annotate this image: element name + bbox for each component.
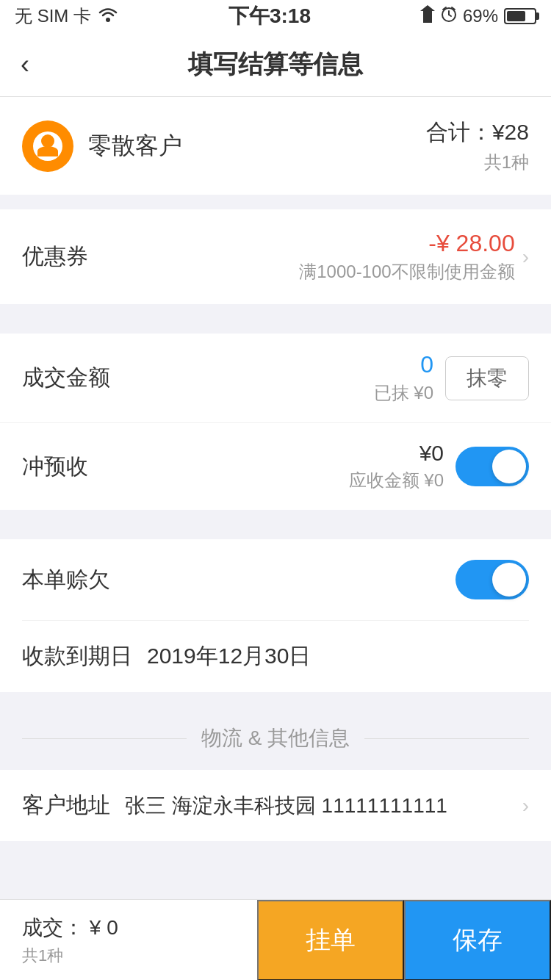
due-date-value: 2019年12月30日 — [147, 641, 311, 671]
save-button[interactable]: 保存 — [404, 900, 551, 981]
svg-line-3 — [449, 15, 451, 16]
prepay-label: 冲预收 — [22, 452, 110, 482]
rounded-text: 已抹 ¥0 — [374, 381, 433, 405]
prepay-value-area: ¥0 应收金额 ¥0 — [349, 441, 529, 492]
deal-amount: ¥ 0 — [90, 916, 118, 939]
due-date-row: 收款到期日 2019年12月30日 — [0, 621, 551, 692]
battery-icon — [504, 8, 536, 24]
prepay-row: 冲预收 ¥0 应收金额 ¥0 — [0, 423, 551, 510]
coupon-right: -¥ 28.00 满1000-100不限制使用金额 › — [299, 230, 529, 284]
customer-left: 零散客户 — [22, 120, 182, 172]
coupon-section: 优惠券 -¥ 28.00 满1000-100不限制使用金额 › — [0, 209, 551, 304]
status-left: 无 SIM 卡 — [15, 4, 119, 28]
prepay-toggle[interactable] — [455, 447, 529, 486]
svg-point-0 — [106, 18, 110, 22]
address-section: 客户地址 张三 海淀永丰科技园 11111111111 › — [0, 770, 551, 841]
customer-name: 零散客户 — [88, 130, 182, 162]
status-bar: 无 SIM 卡 下午3:18 69% — [0, 0, 551, 32]
gray-separator-2 — [0, 525, 551, 539]
header-line-left — [22, 738, 187, 739]
bottom-bar: 成交： ¥ 0 共1种 挂单 保存 — [0, 899, 551, 980]
prepay-right: ¥0 应收金额 ¥0 — [349, 441, 444, 492]
back-button[interactable]: ‹ — [21, 49, 29, 80]
address-row[interactable]: 客户地址 张三 海淀永丰科技园 11111111111 › — [0, 770, 551, 841]
coupon-amount: -¥ 28.00 — [299, 230, 514, 257]
amount-input[interactable]: 0 — [374, 351, 433, 378]
address-chevron-icon: › — [522, 794, 529, 818]
bottom-deal-amount: 成交： ¥ 0 — [22, 914, 235, 942]
section-header-line: 物流 & 其他信息 — [22, 724, 529, 752]
status-right: 69% — [420, 5, 536, 27]
avatar — [22, 120, 73, 172]
prepay-sub: 应收金额 ¥0 — [349, 469, 444, 492]
round-button[interactable]: 抹零 — [445, 356, 529, 400]
carrier-text: 无 SIM 卡 — [15, 4, 91, 28]
address-value: 张三 海淀永丰科技园 11111111111 — [125, 792, 522, 820]
coupon-label: 优惠券 — [22, 242, 88, 272]
page-title: 填写结算等信息 — [188, 48, 363, 82]
alarm-icon — [441, 6, 457, 26]
bottom-summary: 成交： ¥ 0 共1种 — [0, 914, 257, 967]
amount-value-area: 0 已抹 ¥0 抹零 — [374, 351, 529, 405]
content-area: 零散客户 合计：¥28 共1种 优惠券 -¥ 28.00 满1000-100不限… — [0, 97, 551, 944]
total-count: 共1种 — [426, 151, 529, 174]
location-icon — [420, 5, 435, 27]
customer-summary: 合计：¥28 共1种 — [426, 118, 529, 174]
hang-button[interactable]: 挂单 — [257, 900, 404, 981]
avatar-icon — [33, 131, 62, 161]
gray-separator-1 — [0, 319, 551, 334]
status-time: 下午3:18 — [228, 2, 311, 30]
coupon-row[interactable]: 优惠券 -¥ 28.00 满1000-100不限制使用金额 › — [0, 209, 551, 304]
nav-bar: ‹ 填写结算等信息 — [0, 32, 551, 97]
customer-row: 零散客户 合计：¥28 共1种 — [0, 97, 551, 195]
coupon-info: -¥ 28.00 满1000-100不限制使用金额 — [299, 230, 514, 284]
header-line-right — [364, 738, 529, 739]
address-label: 客户地址 — [22, 790, 110, 821]
wifi-icon — [97, 5, 119, 27]
battery-percentage: 69% — [463, 6, 498, 26]
due-date-label: 收款到期日 — [22, 641, 132, 671]
owe-toggle-thumb — [492, 563, 526, 597]
owe-toggle[interactable] — [455, 560, 529, 599]
total-amount: 合计：¥28 — [426, 118, 529, 148]
logistics-label: 物流 & 其他信息 — [201, 724, 350, 752]
amount-row: 成交金额 0 已抹 ¥0 抹零 — [0, 334, 551, 423]
bottom-count: 共1种 — [22, 945, 235, 967]
owe-row: 本单赊欠 — [0, 539, 551, 620]
prepay-value: ¥0 — [349, 441, 444, 466]
customer-section: 零散客户 合计：¥28 共1种 — [0, 97, 551, 195]
owe-label: 本单赊欠 — [22, 565, 110, 595]
owe-section: 本单赊欠 收款到期日 2019年12月30日 — [0, 539, 551, 692]
logistics-header: 物流 & 其他信息 — [0, 707, 551, 770]
deal-label: 成交： — [22, 916, 84, 939]
transaction-section: 成交金额 0 已抹 ¥0 抹零 冲预收 ¥0 应收金额 ¥0 — [0, 334, 551, 510]
amount-label: 成交金额 — [22, 363, 110, 393]
toggle-thumb — [492, 450, 526, 483]
coupon-desc: 满1000-100不限制使用金额 — [299, 260, 514, 284]
chevron-right-icon: › — [522, 245, 529, 269]
